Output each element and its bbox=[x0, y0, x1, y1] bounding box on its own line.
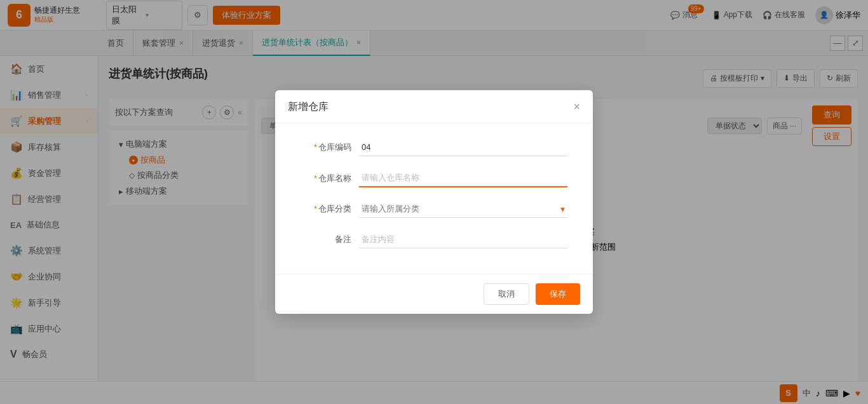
form-row-category: 仓库分类 ▾ bbox=[301, 200, 567, 218]
form-row-code: 仓库编码 bbox=[301, 138, 567, 156]
modal-footer: 取消 保存 bbox=[275, 274, 593, 314]
category-dropdown-arrow: ▾ bbox=[560, 204, 565, 214]
warehouse-name-input[interactable] bbox=[359, 169, 567, 187]
category-label: 仓库分类 bbox=[301, 203, 351, 215]
warehouse-code-input[interactable] bbox=[359, 138, 567, 156]
modal-title: 新增仓库 bbox=[288, 100, 329, 114]
form-row-name: 仓库名称 bbox=[301, 169, 567, 187]
modal-overlay[interactable]: 新增仓库 × 仓库编码 仓库名称 仓库分类 ▾ bbox=[0, 0, 868, 404]
modal-dialog: 新增仓库 × 仓库编码 仓库名称 仓库分类 ▾ bbox=[275, 90, 593, 314]
modal-close-button[interactable]: × bbox=[573, 100, 580, 114]
category-select-wrapper[interactable]: ▾ bbox=[359, 200, 567, 218]
modal-body: 仓库编码 仓库名称 仓库分类 ▾ 备注 bbox=[275, 123, 593, 274]
note-input[interactable] bbox=[359, 231, 567, 248]
modal-header: 新增仓库 × bbox=[275, 90, 593, 123]
code-label: 仓库编码 bbox=[301, 142, 351, 153]
cancel-button[interactable]: 取消 bbox=[484, 283, 529, 305]
name-label: 仓库名称 bbox=[301, 173, 351, 184]
form-row-note: 备注 bbox=[301, 231, 567, 248]
save-button[interactable]: 保存 bbox=[536, 283, 580, 305]
note-label: 备注 bbox=[301, 234, 351, 245]
category-select-input[interactable] bbox=[359, 200, 567, 217]
